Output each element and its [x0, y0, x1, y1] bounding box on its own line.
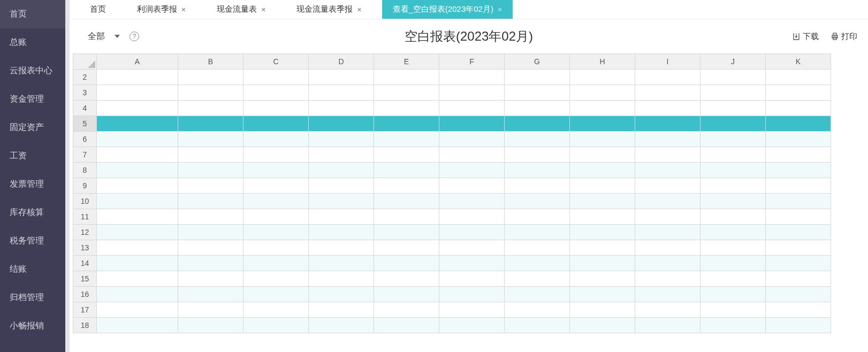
cell[interactable]: [374, 287, 439, 302]
cell[interactable]: [309, 163, 374, 178]
cell[interactable]: [97, 178, 178, 194]
row-header[interactable]: 16: [73, 287, 97, 302]
cell[interactable]: [243, 287, 309, 302]
cell[interactable]: [701, 287, 766, 302]
cell[interactable]: [97, 194, 178, 209]
cell[interactable]: [374, 209, 439, 225]
sidebar-item-closing[interactable]: 结账: [0, 255, 70, 284]
cell[interactable]: [701, 225, 766, 240]
cell[interactable]: [243, 318, 309, 333]
cell[interactable]: [635, 271, 701, 287]
cell[interactable]: [570, 101, 635, 116]
cell[interactable]: [505, 132, 570, 147]
cell[interactable]: [243, 101, 309, 116]
cell[interactable]: [635, 194, 701, 209]
cell[interactable]: [439, 163, 505, 178]
sidebar-item-expense[interactable]: 小畅报销: [0, 312, 70, 340]
cell[interactable]: [178, 163, 243, 178]
cell[interactable]: [97, 271, 178, 287]
cell[interactable]: [97, 225, 178, 240]
cell[interactable]: [570, 318, 635, 333]
cell[interactable]: [243, 178, 309, 194]
cell[interactable]: [570, 132, 635, 147]
print-button[interactable]: 打印: [831, 32, 857, 42]
cell[interactable]: [766, 178, 831, 194]
cell[interactable]: [701, 209, 766, 225]
cell[interactable]: [178, 132, 243, 147]
row-header[interactable]: 5: [73, 116, 97, 132]
select-all-cell[interactable]: [73, 54, 97, 70]
cell[interactable]: [505, 178, 570, 194]
cell[interactable]: [635, 85, 701, 101]
cell[interactable]: [635, 116, 701, 132]
cell[interactable]: [439, 85, 505, 101]
cell[interactable]: [309, 256, 374, 271]
cell[interactable]: [701, 85, 766, 101]
cell[interactable]: [243, 70, 309, 85]
cell[interactable]: [374, 85, 439, 101]
cell[interactable]: [505, 147, 570, 163]
cell[interactable]: [505, 287, 570, 302]
row-header[interactable]: 14: [73, 256, 97, 271]
cell[interactable]: [374, 318, 439, 333]
cell[interactable]: [309, 287, 374, 302]
cell[interactable]: [570, 194, 635, 209]
cell[interactable]: [243, 132, 309, 147]
tab-view-blank-report[interactable]: 查看_空白报表(2023年02月) ×: [382, 0, 513, 19]
sidebar-scrollbar[interactable]: [65, 0, 70, 352]
cell[interactable]: [505, 271, 570, 287]
cell[interactable]: [178, 209, 243, 225]
cell[interactable]: [701, 240, 766, 256]
filter-dropdown[interactable]: 全部 ?: [88, 31, 139, 42]
cell[interactable]: [505, 85, 570, 101]
sidebar-item-cloud-reports[interactable]: 云报表中心: [0, 57, 70, 85]
close-icon[interactable]: ×: [261, 5, 265, 14]
cell[interactable]: [766, 318, 831, 333]
cell[interactable]: [178, 70, 243, 85]
cell[interactable]: [570, 85, 635, 101]
cell[interactable]: [243, 85, 309, 101]
cell[interactable]: [766, 302, 831, 318]
cell[interactable]: [505, 225, 570, 240]
cell[interactable]: [97, 287, 178, 302]
cell[interactable]: [701, 194, 766, 209]
tab-home[interactable]: 首页: [79, 0, 117, 19]
cell[interactable]: [635, 70, 701, 85]
cell[interactable]: [374, 240, 439, 256]
cell[interactable]: [374, 302, 439, 318]
tab-cashflow-quarterly[interactable]: 现金流量表季报 ×: [286, 0, 372, 19]
cell[interactable]: [766, 240, 831, 256]
cell[interactable]: [635, 256, 701, 271]
cell[interactable]: [243, 147, 309, 163]
cell[interactable]: [309, 318, 374, 333]
cell[interactable]: [635, 225, 701, 240]
cell[interactable]: [97, 302, 178, 318]
cell[interactable]: [570, 147, 635, 163]
cell[interactable]: [505, 209, 570, 225]
column-header[interactable]: J: [701, 54, 766, 70]
cell[interactable]: [505, 101, 570, 116]
cell[interactable]: [374, 147, 439, 163]
download-button[interactable]: 下载: [792, 32, 819, 42]
cell[interactable]: [635, 240, 701, 256]
sidebar-item-ledger[interactable]: 总账: [0, 28, 70, 57]
cell[interactable]: [439, 318, 505, 333]
row-header[interactable]: 2: [73, 70, 97, 85]
cell[interactable]: [766, 163, 831, 178]
cell[interactable]: [309, 70, 374, 85]
column-header[interactable]: A: [97, 54, 178, 70]
cell[interactable]: [97, 70, 178, 85]
cell[interactable]: [635, 132, 701, 147]
cell[interactable]: [97, 256, 178, 271]
cell[interactable]: [97, 132, 178, 147]
cell[interactable]: [243, 271, 309, 287]
cell[interactable]: [505, 318, 570, 333]
cell[interactable]: [570, 70, 635, 85]
cell[interactable]: [701, 302, 766, 318]
cell[interactable]: [439, 132, 505, 147]
cell[interactable]: [309, 178, 374, 194]
row-header[interactable]: 7: [73, 147, 97, 163]
cell[interactable]: [505, 70, 570, 85]
cell[interactable]: [178, 256, 243, 271]
cell[interactable]: [178, 116, 243, 132]
